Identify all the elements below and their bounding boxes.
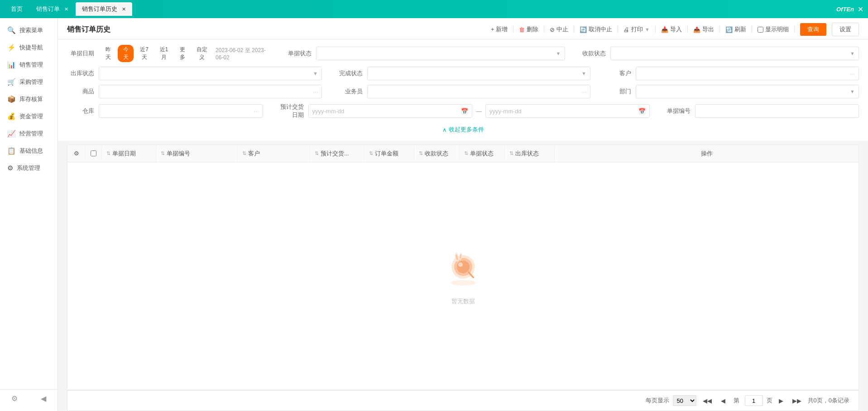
th-out-status-label: 出库状态	[515, 150, 539, 158]
out-status-select[interactable]: ▼	[99, 67, 322, 80]
complete-status-select[interactable]: ▼	[367, 67, 590, 80]
sort-icon-date: ⇅	[106, 150, 110, 156]
show-details-input[interactable]	[758, 27, 763, 33]
per-page-select[interactable]: 50 10 20 100	[673, 395, 696, 406]
stop-label: 中止	[556, 25, 568, 34]
th-customer[interactable]: ⇅ 客户	[238, 146, 310, 161]
payment-status-select[interactable]: ▼	[610, 47, 859, 60]
goods-input[interactable]: ···	[99, 85, 322, 98]
collapse-up-icon: ∧	[442, 126, 447, 133]
sidebar-item-basic-info[interactable]: 📋 基础信息	[0, 142, 58, 160]
complete-status-chevron: ▼	[581, 71, 586, 76]
last-page-btn[interactable]: ▶▶	[790, 396, 804, 406]
sidebar-item-quick-nav[interactable]: ⚡ 快捷导航	[0, 39, 58, 56]
customer-input[interactable]: ···	[636, 67, 859, 80]
svg-point-4	[458, 262, 463, 267]
th-settings[interactable]: ⚙	[67, 146, 86, 160]
date-quick-btns: 昨天 今天 近7天 近1月 更多 自定义	[101, 45, 212, 62]
date-label: 单据日期	[67, 49, 99, 58]
tab-sales-order[interactable]: 销售订单 ✕	[30, 2, 75, 16]
th-delivery[interactable]: ⇅ 预计交货...	[310, 146, 364, 161]
sidebar-item-finance[interactable]: 💰 资金管理	[0, 108, 58, 125]
delete-button[interactable]: 🗑 删除	[519, 25, 538, 34]
cancel-stop-button[interactable]: 🔄 取消中止	[580, 25, 612, 34]
query-button[interactable]: 查询	[800, 23, 826, 36]
prev-page-btn[interactable]: ◀	[718, 396, 728, 406]
sidebar-item-search-menu[interactable]: 🔍 搜索菜单	[0, 22, 58, 39]
empty-text: 暂无数据	[451, 297, 475, 305]
th-amount[interactable]: ⇅ 订单金额	[364, 146, 414, 161]
payment-status-label: 收款状态	[579, 49, 610, 58]
th-op-label: 操作	[701, 150, 713, 158]
print-label: 打印	[631, 25, 643, 34]
cancel-stop-label: 取消中止	[589, 25, 612, 34]
stop-button[interactable]: ⊘ 中止	[550, 25, 568, 34]
delivery-date-end[interactable]: yyyy-mm-dd 📅	[485, 104, 650, 118]
tab-sales-order-close[interactable]: ✕	[64, 6, 68, 12]
sort-icon-delivery: ⇅	[315, 150, 319, 156]
delete-label: 删除	[527, 25, 538, 34]
date-btn-more[interactable]: 更多	[175, 45, 190, 62]
export-icon: 📤	[693, 26, 700, 33]
date-btn-7days[interactable]: 近7天	[135, 45, 153, 62]
print-button[interactable]: 🖨 打印 ▼	[623, 25, 650, 34]
select-all-checkbox[interactable]	[91, 150, 96, 156]
show-details-checkbox[interactable]: 显示明细	[758, 25, 789, 34]
system-icon: ⚙	[7, 164, 13, 172]
salesperson-input[interactable]: ···	[367, 85, 590, 98]
add-button[interactable]: + 新增	[491, 25, 508, 34]
date-btn-today[interactable]: 今天	[118, 45, 133, 62]
th-date-label: 单据日期	[112, 150, 136, 158]
topbar-close-icon[interactable]: ✕	[858, 5, 863, 14]
date-btn-custom[interactable]: 自定义	[192, 45, 212, 62]
warehouse-input[interactable]: ···	[99, 104, 263, 118]
print-icon: 🖨	[623, 26, 629, 33]
bill-status-select[interactable]: ▼	[316, 47, 565, 60]
tab-sales-history-close[interactable]: ✕	[122, 6, 126, 12]
import-button[interactable]: 📥 导入	[661, 25, 682, 34]
add-label: + 新增	[491, 25, 508, 34]
out-status-label: 出库状态	[67, 69, 99, 77]
export-button[interactable]: 📤 导出	[693, 25, 714, 34]
empty-state: 暂无数据	[67, 162, 858, 390]
th-date[interactable]: ⇅ 单据日期	[102, 146, 156, 161]
delivery-date-start[interactable]: yyyy-mm-dd 📅	[308, 104, 473, 118]
sidebar-collapse-icon[interactable]: ◀	[41, 394, 46, 403]
th-bill-no[interactable]: ⇅ 单据编号	[156, 146, 238, 161]
out-status-chevron: ▼	[313, 71, 318, 76]
sidebar-item-sales-mgmt[interactable]: 📊 销售管理	[0, 56, 58, 73]
sidebar-item-inventory[interactable]: 📦 库存核算	[0, 91, 58, 108]
next-page-btn[interactable]: ▶	[776, 396, 786, 406]
tab-home[interactable]: 首页	[5, 2, 29, 16]
th-delivery-label: 预计交货...	[321, 150, 349, 158]
refresh-button[interactable]: 🔃 刷新	[725, 25, 746, 34]
sidebar-label-finance: 资金管理	[19, 112, 43, 121]
import-icon: 📥	[661, 26, 668, 33]
th-out-status[interactable]: ⇅ 出库状态	[505, 146, 555, 161]
sidebar-bottom: ⚙ ◀	[0, 389, 58, 407]
sidebar-item-business[interactable]: 📈 经营管理	[0, 125, 58, 142]
th-bill-status[interactable]: ⇅ 单据状态	[460, 146, 505, 161]
tab-sales-history[interactable]: 销售订单历史 ✕	[76, 2, 132, 16]
payment-status-chevron: ▼	[850, 51, 855, 56]
th-checkbox[interactable]	[86, 147, 102, 160]
bill-no-input[interactable]	[695, 104, 859, 118]
sort-icon-amount: ⇅	[369, 150, 373, 156]
collapse-row[interactable]: ∧ 收起更多条件	[67, 124, 859, 135]
goods-label: 商品	[67, 87, 99, 96]
settings-button[interactable]: 设置	[832, 23, 859, 36]
date-btn-yesterday[interactable]: 昨天	[101, 45, 116, 62]
sidebar-settings-icon[interactable]: ⚙	[11, 394, 18, 403]
import-label: 导入	[670, 25, 682, 34]
sidebar-item-system[interactable]: ⚙ 系统管理	[0, 160, 58, 177]
th-payment[interactable]: ⇅ 收款状态	[414, 146, 460, 161]
sidebar-item-purchase-mgmt[interactable]: 🛒 采购管理	[0, 73, 58, 91]
top-bar: 首页 销售订单 ✕ 销售订单历史 ✕ OfTEn ✕	[0, 0, 868, 18]
page-header: 销售订单历史 + 新增 🗑 删除 ⊘ 中止 🔄 取消中止	[58, 18, 868, 39]
first-page-btn[interactable]: ◀◀	[700, 396, 715, 406]
page-number-input[interactable]	[745, 395, 763, 406]
sort-icon-payment: ⇅	[419, 150, 423, 156]
refresh-icon: 🔃	[725, 26, 733, 33]
date-btn-1month[interactable]: 近1月	[155, 45, 173, 62]
dept-select[interactable]: ▼	[636, 85, 859, 98]
